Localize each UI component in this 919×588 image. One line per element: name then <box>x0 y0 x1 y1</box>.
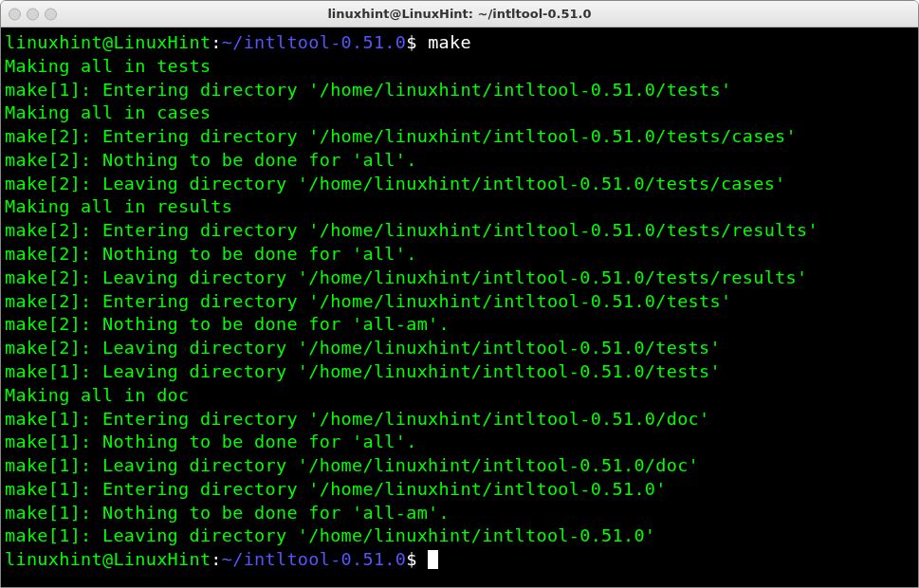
output-line: Making all in cases <box>5 101 914 125</box>
prompt-user-host: linuxhint@LinuxHint <box>5 32 211 52</box>
output-line: Making all in tests <box>5 55 914 79</box>
output-line: Making all in results <box>5 195 914 219</box>
prompt-path: ~/intltool-0.51.0 <box>222 549 406 569</box>
prompt-line-2: linuxhint@LinuxHint:~/intltool-0.51.0$ <box>5 548 914 572</box>
minimize-icon[interactable] <box>27 8 39 20</box>
output-line: make[2]: Leaving directory '/home/linuxh… <box>5 337 914 360</box>
output-line: make[2]: Entering directory '/home/linux… <box>5 290 914 314</box>
output-line: make[1]: Entering directory '/home/linux… <box>5 408 914 432</box>
prompt-dollar: $ <box>406 32 428 52</box>
maximize-icon[interactable] <box>45 8 57 20</box>
output-line: make[1]: Leaving directory '/home/linuxh… <box>5 360 914 384</box>
output-line: make[1]: Nothing to be done for 'all'. <box>5 431 914 454</box>
output-line: make[1]: Leaving directory '/home/linuxh… <box>5 524 914 548</box>
output-line: make[1]: Nothing to be done for 'all-am'… <box>5 502 914 525</box>
output-line: make[2]: Nothing to be done for 'all'. <box>5 149 914 173</box>
terminal-area[interactable]: linuxhint@LinuxHint:~/intltool-0.51.0$ m… <box>1 28 918 587</box>
window-controls <box>9 8 57 20</box>
titlebar: linuxhint@LinuxHint: ~/intltool-0.51.0 <box>1 1 918 28</box>
prompt-colon: : <box>211 549 221 569</box>
output-line: make[2]: Leaving directory '/home/linuxh… <box>5 173 914 196</box>
prompt-path: ~/intltool-0.51.0 <box>222 32 406 52</box>
output-line: make[2]: Entering directory '/home/linux… <box>5 125 914 149</box>
output-line: Making all in doc <box>5 384 914 408</box>
output-line: make[1]: Entering directory '/home/linux… <box>5 478 914 502</box>
output-line: make[2]: Nothing to be done for 'all'. <box>5 243 914 266</box>
output-line: make[2]: Leaving directory '/home/linuxh… <box>5 266 914 290</box>
prompt-line-1: linuxhint@LinuxHint:~/intltool-0.51.0$ m… <box>5 31 914 55</box>
output-line: make[2]: Nothing to be done for 'all-am'… <box>5 313 914 337</box>
prompt-colon: : <box>211 32 221 52</box>
output-line: make[1]: Entering directory '/home/linux… <box>5 79 914 102</box>
terminal-window: linuxhint@LinuxHint: ~/intltool-0.51.0 l… <box>0 0 919 588</box>
output-line: make[1]: Leaving directory '/home/linuxh… <box>5 454 914 478</box>
command-text: make <box>428 32 471 52</box>
window-title: linuxhint@LinuxHint: ~/intltool-0.51.0 <box>327 7 591 21</box>
prompt-user-host: linuxhint@LinuxHint <box>5 549 211 569</box>
close-icon[interactable] <box>9 8 21 20</box>
prompt-dollar: $ <box>406 549 428 569</box>
cursor-icon <box>428 550 438 569</box>
output-line: make[2]: Entering directory '/home/linux… <box>5 219 914 243</box>
